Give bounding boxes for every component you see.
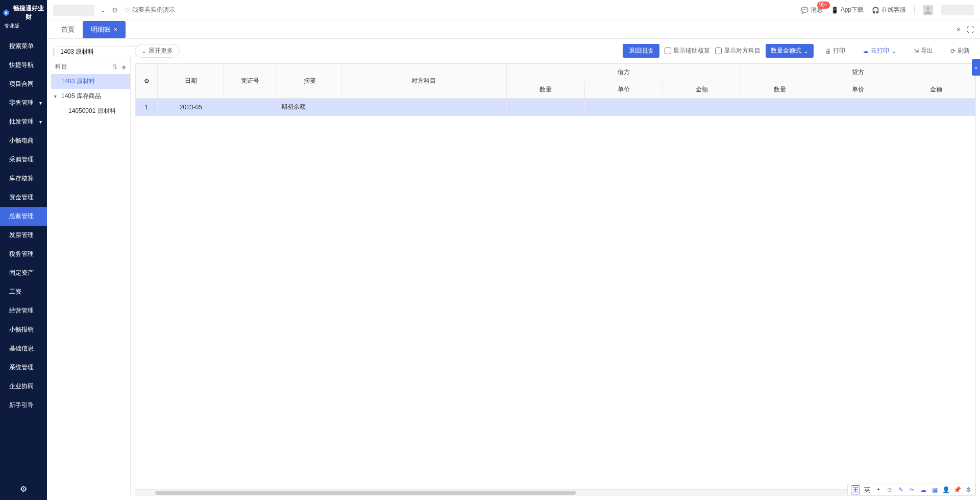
table-settings-header[interactable]: ⚙ [136, 64, 158, 99]
show-opposite-checkbox[interactable]: 显示对方科目 [715, 46, 761, 55]
tree-expander-icon[interactable]: ▾ [54, 93, 57, 99]
sidebar-item-label: 搜索菜单 [9, 42, 34, 51]
user-name-placeholder[interactable] [941, 5, 974, 15]
table-row[interactable]: 12023-05期初余额 [136, 99, 975, 116]
tab-home[interactable]: 首页 [53, 21, 83, 38]
table-cell: 2023-05 [158, 99, 224, 116]
sidebar-item-label: 项目合同 [9, 80, 34, 88]
header-credit-qty: 数量 [741, 81, 819, 99]
tree-item-label: 1403 原材料 [61, 77, 95, 86]
header-debit: 借方 [506, 64, 741, 81]
header-credit: 贷方 [741, 64, 975, 81]
taskbar-icon-edit[interactable]: ✎ [897, 486, 905, 494]
sidebar-item-17[interactable]: 系统管理 [0, 358, 47, 377]
sidebar-item-7[interactable]: 库存核算 [0, 169, 47, 188]
sidebar-item-12[interactable]: 固定资产 [0, 264, 47, 282]
demo-link[interactable]: ♡ 我要看实例演示 [125, 6, 175, 14]
refresh-button[interactable]: ⟳ 刷新 [944, 44, 976, 58]
sidebar-item-10[interactable]: 发票管理 [0, 226, 47, 245]
sidebar-item-1[interactable]: 快捷导航 [0, 56, 47, 75]
subject-prev-button[interactable]: ‹ [53, 46, 55, 57]
sidebar-item-18[interactable]: 企业协同 [0, 377, 47, 396]
avatar[interactable] [923, 5, 933, 15]
return-old-button[interactable]: 退回旧版 [623, 44, 659, 58]
sidebar-item-2[interactable]: 项目合同 [0, 75, 47, 93]
sidebar-item-4[interactable]: 批发管理▾ [0, 112, 47, 131]
subject-panel: ‹ › 科目 ⇅ ◈ 1403 原材料▾1405 库存商品14050001 原材… [51, 44, 131, 495]
print-label: 打印 [833, 46, 845, 55]
sidebar-item-9[interactable]: 总账管理 [0, 207, 47, 226]
tab-close-icon[interactable]: × [114, 26, 117, 33]
expand-more-label: 展开更多 [149, 46, 173, 55]
show-aux-checkbox-input[interactable] [665, 47, 671, 54]
sidebar-item-label: 采购管理 [9, 155, 34, 164]
online-service-button[interactable]: 🎧 在线客服 [872, 6, 906, 14]
taskbar-icon-ime[interactable]: 英 [863, 486, 871, 494]
scroll-thumb[interactable] [155, 491, 576, 495]
tree-item-1[interactable]: ▾1405 库存商品 [51, 89, 130, 104]
sidebar-item-16[interactable]: 基础信息 [0, 339, 47, 358]
taskbar-icon-scissors[interactable]: ✂ [908, 486, 916, 494]
cloud-print-button[interactable]: ☁ 云打印 ⌄ [856, 44, 902, 58]
org-dropdown-caret-icon[interactable]: ⌄ [101, 7, 106, 14]
sidebar-settings-gear-icon[interactable]: ⚙ [0, 484, 47, 494]
taskbar-icon-pin[interactable]: 📌 [953, 486, 961, 494]
sidebar-item-0[interactable]: 搜索菜单 [0, 37, 47, 56]
header-credit-price: 单价 [819, 81, 897, 99]
cloud-print-label: 云打印 [871, 46, 889, 55]
table-cell [663, 99, 741, 116]
sidebar-item-5[interactable]: 小畅电商 [0, 131, 47, 150]
sidebar-item-19[interactable]: 新手引导 [0, 396, 47, 415]
sidebar-item-11[interactable]: 税务管理 [0, 245, 47, 264]
tree-item-0[interactable]: 1403 原材料 [51, 74, 130, 89]
taskbar-icon-dot[interactable]: • [874, 486, 883, 494]
show-aux-checkbox[interactable]: 显示辅助核算 [665, 46, 710, 55]
show-opposite-checkbox-input[interactable] [715, 47, 722, 54]
fullscreen-icon[interactable]: ⛶ [967, 26, 974, 34]
sidebar-item-14[interactable]: 经营管理 [0, 301, 47, 320]
side-collapse-button[interactable]: « [972, 59, 980, 76]
expand-more-button[interactable]: ⌄ 展开更多 [135, 44, 180, 58]
chevron-down-icon: ⌄ [141, 47, 146, 55]
taskbar-icon-user[interactable]: 👤 [942, 486, 950, 494]
taskbar-icon-wang[interactable]: 王 [851, 485, 860, 494]
sidebar-item-label: 基础信息 [9, 344, 34, 353]
subject-sort-icon[interactable]: ⇅ [112, 63, 117, 70]
export-button[interactable]: ⇲ 导出 [908, 44, 939, 58]
tree-item-2[interactable]: 14050001 原材料 [51, 104, 130, 118]
table-wrapper: ⚙ 日期 凭证号 摘要 对方科目 借方 贷方 数量 单价 金额 数量 [135, 63, 976, 490]
header-debit-price: 单价 [584, 81, 663, 99]
app-download-button[interactable]: 📱 App下载 [831, 6, 864, 14]
message-icon: 💬 [801, 7, 808, 14]
return-old-label: 退回旧版 [629, 46, 653, 55]
sidebar-item-label: 快捷导航 [9, 61, 34, 69]
table-cell [897, 99, 975, 116]
tab-detail-ledger[interactable]: 明细账 × [83, 21, 126, 38]
toolbar: ⌄ 展开更多 退回旧版 显示辅助核算 显示对方科目 [135, 44, 976, 63]
refresh-label: 刷新 [958, 46, 970, 55]
qty-amount-mode-dropdown[interactable]: 数量金额式 ⌄ [766, 44, 814, 58]
sidebar-item-label: 经营管理 [9, 306, 34, 315]
sidebar-item-13[interactable]: 工资 [0, 282, 47, 301]
messages-button[interactable]: 💬 消息 99+ [801, 6, 823, 14]
org-name-placeholder [53, 5, 94, 16]
sidebar-item-3[interactable]: 零售管理▾ [0, 93, 47, 112]
chevron-down-icon: ⌄ [803, 47, 808, 55]
taskbar-icon-gear[interactable]: ⚙ [964, 486, 972, 494]
taskbar-icon-cloud[interactable]: ☁ [919, 486, 927, 494]
sidebar-item-15[interactable]: 小畅报销 [0, 320, 47, 339]
taskbar-icon-emoji[interactable]: ☺ [886, 486, 894, 494]
header-debit-amount: 金额 [663, 81, 741, 99]
subject-search-input[interactable] [57, 46, 140, 57]
taskbar-icon-grid[interactable]: ▦ [930, 486, 939, 494]
show-opposite-label: 显示对方科目 [724, 46, 761, 55]
sidebar-item-8[interactable]: 资金管理 [0, 188, 47, 207]
close-all-icon[interactable]: × [957, 26, 961, 34]
org-settings-gear-icon[interactable]: ⚙ [112, 6, 118, 14]
logo-brand: 畅捷通好业财 [12, 4, 45, 21]
show-aux-label: 显示辅助核算 [673, 46, 710, 55]
subject-filter-icon[interactable]: ◈ [121, 63, 126, 70]
print-button[interactable]: 🖨 打印 [819, 44, 851, 58]
separator [914, 6, 915, 14]
sidebar-item-6[interactable]: 采购管理 [0, 150, 47, 169]
